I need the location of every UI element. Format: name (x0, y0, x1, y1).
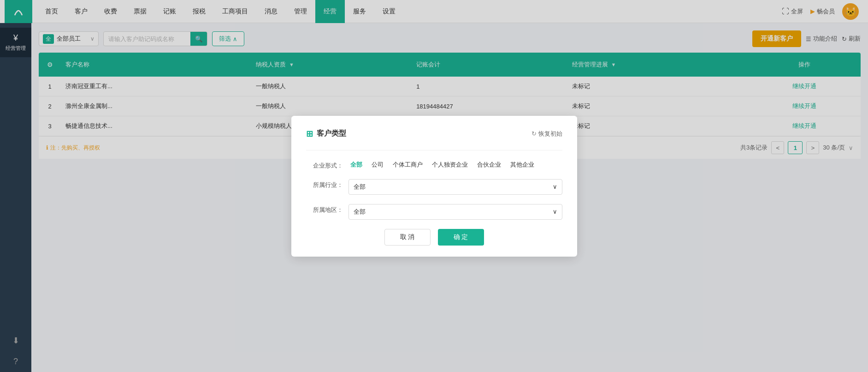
modal-title-text: 客户类型 (317, 129, 346, 138)
option-all[interactable]: 全部 (348, 160, 364, 170)
enterprise-options: 全部 公司 个体工商户 个人独资企业 合伙企业 其他企业 (348, 160, 562, 170)
modal-confirm-button[interactable]: 确 定 (438, 229, 484, 246)
enterprise-form-label: 企业形式： (306, 160, 343, 170)
option-individual[interactable]: 个体工商户 (391, 160, 425, 170)
region-dropdown-icon: ∨ (553, 208, 557, 215)
modal-actions: 取 消 确 定 (306, 229, 562, 246)
modal-title: ⊞ 客户类型 (306, 129, 346, 139)
region-value: 全部 (354, 208, 366, 216)
filter-modal: ⊞ 客户类型 ↻ 恢复初始 企业形式： 全部 公司 个体工商户 个人独资企业 合… (291, 116, 577, 257)
modal-reset-button[interactable]: ↻ 恢复初始 (531, 130, 562, 138)
industry-form-row: 所属行业： 全部 ∨ (306, 179, 562, 195)
modal-reset-icon: ↻ (531, 130, 537, 137)
modal-divider (306, 150, 562, 150)
industry-select-wrap: 全部 ∨ (348, 179, 562, 195)
region-select[interactable]: 全部 ∨ (348, 204, 562, 220)
modal-overlay: ⊞ 客户类型 ↻ 恢复初始 企业形式： 全部 公司 个体工商户 个人独资企业 合… (0, 0, 868, 372)
enterprise-form-row: 企业形式： 全部 公司 个体工商户 个人独资企业 合伙企业 其他企业 (306, 160, 562, 170)
industry-dropdown-icon: ∨ (553, 183, 557, 190)
option-other[interactable]: 其他企业 (508, 160, 536, 170)
option-sole[interactable]: 个人独资企业 (430, 160, 470, 170)
region-form-row: 所属地区： 全部 ∨ (306, 204, 562, 220)
region-label: 所属地区： (306, 204, 343, 214)
industry-select[interactable]: 全部 ∨ (348, 179, 562, 195)
industry-value: 全部 (354, 183, 366, 191)
option-partnership[interactable]: 合伙企业 (475, 160, 503, 170)
modal-header: ⊞ 客户类型 ↻ 恢复初始 (306, 129, 562, 139)
modal-reset-label: 恢复初始 (538, 130, 562, 138)
modal-title-icon: ⊞ (306, 129, 313, 139)
region-select-wrap: 全部 ∨ (348, 204, 562, 220)
modal-cancel-button[interactable]: 取 消 (384, 229, 431, 246)
industry-label: 所属行业： (306, 179, 343, 189)
option-company[interactable]: 公司 (370, 160, 385, 170)
